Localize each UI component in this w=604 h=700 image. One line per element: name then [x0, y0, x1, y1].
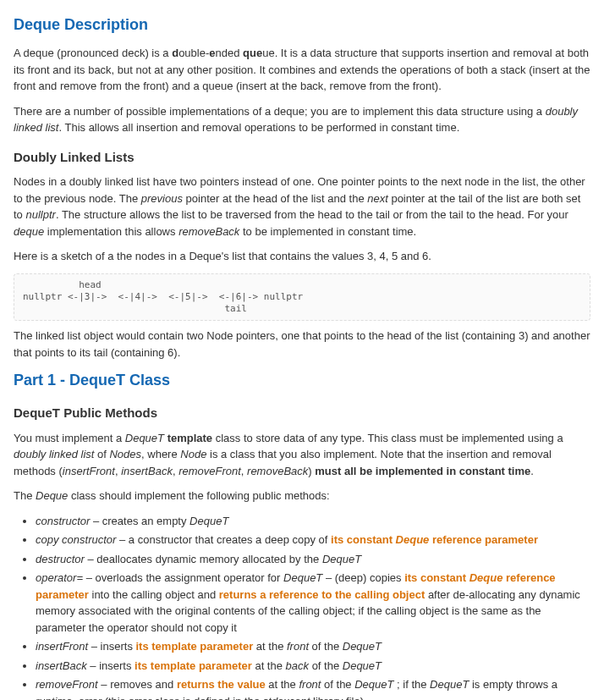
ascii-sketch: head nullptr <-|3|-> <-|4|-> <-|5|-> <-|… [14, 273, 590, 322]
paragraph-intro: A deque (pronounced deck) is a double-en… [14, 45, 590, 95]
methods-list: constructor – creates an empty DequeT co… [14, 513, 590, 700]
heading-public-methods: DequeT Public Methods [14, 404, 590, 423]
list-item-insert-back: insertBack – inserts its template parame… [36, 658, 590, 675]
list-item-remove-front: removeFront – removes and returns the va… [36, 676, 590, 700]
list-item-insert-front: insertFront – inserts its template param… [36, 638, 590, 655]
paragraph-dll-nodes: Nodes in a doubly linked list have two p… [14, 174, 590, 240]
heading-part1: Part 1 - DequeT Class [14, 369, 590, 392]
list-item-destructor: destructor – deallocates dynamic memory … [36, 551, 590, 568]
paragraph-sketch-intro: Here is a sketch of a the nodes in a Deq… [14, 248, 590, 265]
paragraph-implementations: There are a number of possible implement… [14, 103, 590, 136]
list-item-constructor: constructor – creates an empty DequeT [36, 513, 590, 530]
heading-doubly-linked-lists: Doubly Linked Lists [14, 148, 590, 168]
paragraph-sketch-explain: The linked list object would contain two… [14, 328, 590, 361]
heading-deque-description: Deque Description [14, 14, 590, 36]
list-item-copy-constructor: copy constructor – a constructor that cr… [36, 532, 590, 548]
paragraph-methods-intro: The Deque class should implement the fol… [14, 488, 590, 504]
paragraph-template-class: You must implement a DequeT template cla… [14, 430, 590, 480]
list-item-operator-equals: operator= – overloads the assignment ope… [36, 570, 590, 636]
